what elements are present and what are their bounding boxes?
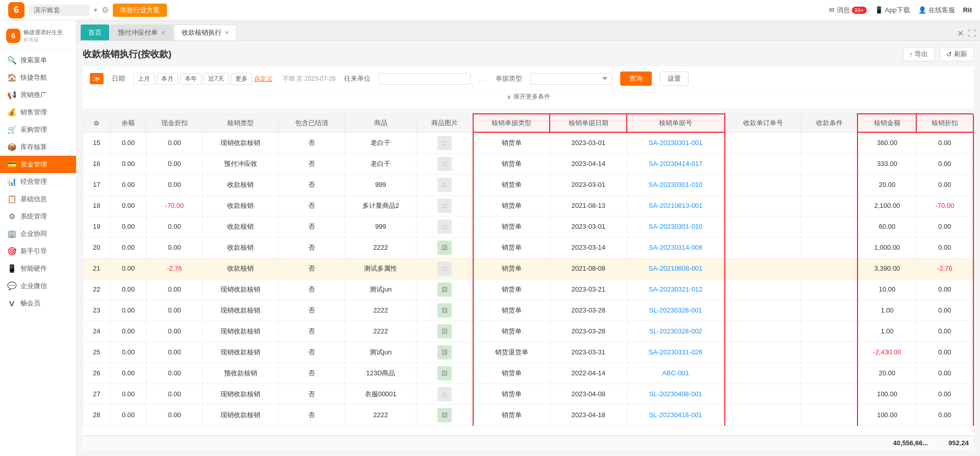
tab-receipt[interactable]: 收款核销执行 ✕	[174, 25, 237, 40]
date-btn-more[interactable]: 更多	[231, 73, 252, 85]
sidebar-label-quick-nav: 快捷导航	[20, 73, 47, 82]
th-bill-type: 核销单据类型	[473, 114, 550, 132]
sidebar-item-system[interactable]: ⚙ 系统管理	[0, 208, 76, 225]
row-receipt-order	[725, 342, 801, 363]
bill-no-link[interactable]: SA-20230301-010	[649, 223, 703, 230]
tab-close-all-button[interactable]: ✕	[957, 29, 964, 38]
th-settings[interactable]: ⚙	[83, 114, 110, 132]
sidebar-item-operations[interactable]: 📊 经营管理	[0, 173, 76, 190]
sidebar-item-quick-nav[interactable]: 🏠 快捷导航	[0, 69, 76, 86]
receipt-tab-close-icon[interactable]: ✕	[225, 30, 229, 36]
partner-input[interactable]	[379, 73, 471, 85]
top-bar: 6 演示账套 ▾ ⚙ 体验行业方案 ✉ 消息 99+ 📱 App下载 👤 在线客…	[0, 0, 980, 20]
row-include-settled: 否	[279, 195, 345, 216]
date-btn-this-month[interactable]: 本月	[157, 73, 178, 85]
settings-icon[interactable]: ⚙	[102, 5, 109, 15]
row-bill-type: 销货单	[473, 300, 550, 321]
row-receipt-order	[725, 383, 801, 404]
company-selector[interactable]: 演示账套	[29, 5, 90, 16]
filter-settings-button[interactable]: 设置	[660, 71, 689, 86]
row-goods: 2222	[345, 321, 416, 342]
prepay-tab-close-icon[interactable]: ✕	[161, 30, 165, 36]
bill-no-link[interactable]: SL-20230408-001	[649, 390, 702, 398]
sales-icon: 💰	[7, 108, 16, 117]
sidebar-item-marketing[interactable]: 📢 营销推广	[0, 86, 76, 104]
bill-no-link[interactable]: SL-20230418-001	[649, 411, 702, 419]
sidebar-item-search[interactable]: 🔍 搜索菜单	[0, 52, 76, 69]
bill-no-link[interactable]: SA-20230414-017	[649, 160, 703, 167]
sidebar-item-finance[interactable]: 💳 资金管理	[0, 156, 76, 173]
query-button[interactable]: 查询	[620, 71, 652, 86]
smart-hw-icon: 📱	[7, 264, 16, 273]
row-goods-image: □	[416, 216, 473, 237]
date-btn-last-month[interactable]: 上月	[133, 73, 155, 85]
chevron-down-icon[interactable]: ▾	[94, 6, 97, 14]
row-writeoff-discount: -2.76	[916, 258, 973, 279]
row-receipt-condition	[801, 404, 857, 425]
app-download-area[interactable]: 📱 App下载	[875, 6, 910, 15]
row-include-settled: 否	[279, 363, 345, 383]
export-button[interactable]: ↑ 导出	[903, 47, 935, 61]
bill-no-link[interactable]: SA-20230314-008	[649, 244, 703, 251]
bill-no-link[interactable]: SA-20230301-001	[649, 139, 703, 147]
date-btn-this-year[interactable]: 本年	[180, 73, 202, 85]
bill-no-link[interactable]: SL-20230328-001	[649, 306, 702, 314]
industry-solution-button[interactable]: 体验行业方案	[113, 4, 167, 17]
tab-bar: 首页 预付冲应付单 ✕ 收款核销执行 ✕ ✕ ⛶	[77, 20, 980, 41]
row-bill-date: 2023-03-31	[550, 342, 627, 363]
row-writeoff-amount: 60.00	[857, 216, 916, 237]
sidebar-item-inventory[interactable]: 📦 库存核算	[0, 138, 76, 156]
sidebar-item-basic[interactable]: 📋 基础信息	[0, 190, 76, 208]
filter-collapse-button[interactable]: ≫	[90, 73, 104, 84]
sidebar-item-purchase[interactable]: 🛒 采购管理	[0, 121, 76, 138]
row-bill-date: 2021-08-13	[550, 195, 627, 216]
expand-label: 展开更多条件	[513, 92, 550, 101]
row-goods-image: 🖼	[416, 321, 473, 342]
sidebar-item-newbie[interactable]: 🎯 新手引导	[0, 243, 76, 260]
expand-conditions-button[interactable]: ∨ 展开更多条件	[90, 90, 967, 103]
tab-prepay[interactable]: 预付冲应付单 ✕	[110, 25, 173, 40]
th-cash-discount: 现金折扣	[146, 114, 203, 132]
table-scroll[interactable]: ⚙ 余额 现金折扣 核销类型 包含已结清 商品 商品图片 核销单据类型 核销单据…	[83, 113, 974, 435]
sidebar-item-member[interactable]: V 畅会员	[0, 295, 76, 312]
row-bill-no: SL-20230328-001	[627, 300, 724, 321]
home-icon: 🏠	[7, 73, 16, 82]
th-include-settled: 包含已结清	[279, 114, 345, 132]
service-icon: 👤	[918, 6, 926, 14]
voucher-type-select[interactable]	[530, 73, 612, 85]
date-btn-7days[interactable]: 近7天	[204, 73, 229, 85]
bill-no-link[interactable]: SA-20230301-010	[649, 181, 703, 188]
bill-no-link[interactable]: SL-20230328-002	[649, 327, 702, 335]
refresh-button[interactable]: ↺ 刷新	[940, 47, 974, 61]
date-custom-link[interactable]: 自定义	[254, 75, 273, 83]
row-bill-no: SA-20230301-010	[627, 174, 724, 195]
sidebar-item-wechat[interactable]: 💬 企业微信	[0, 277, 76, 295]
bill-no-link[interactable]: ABC-001	[662, 369, 689, 377]
row-receipt-order	[725, 132, 801, 153]
row-receipt-order	[725, 153, 801, 174]
messages-label: 消息	[837, 6, 850, 15]
row-receipt-condition	[801, 216, 857, 237]
sidebar-item-smart-hw[interactable]: 📱 智能硬件	[0, 260, 76, 277]
bill-no-link[interactable]: SA-20210813-001	[649, 202, 703, 209]
row-receipt-order	[725, 216, 801, 237]
user-name[interactable]: Rit	[963, 6, 972, 14]
sidebar-item-enterprise[interactable]: 🏢 企业协同	[0, 225, 76, 243]
tab-fullscreen-button[interactable]: ⛶	[968, 29, 976, 38]
tab-home[interactable]: 首页	[81, 25, 109, 40]
row-goods: 999	[345, 216, 416, 237]
sidebar-logo: 6 畅捷通谱好生意 标准版	[0, 25, 76, 50]
bill-no-link[interactable]: SA-20230321-012	[649, 285, 703, 293]
messages-area[interactable]: ✉ 消息 99+	[829, 6, 867, 15]
sidebar-logo-icon: 6	[6, 29, 20, 43]
sidebar-item-sales[interactable]: 💰 销售管理	[0, 104, 76, 121]
online-service-area[interactable]: 👤 在线客服	[918, 6, 955, 15]
row-bill-type: 销货单	[473, 237, 550, 258]
bill-no-link[interactable]: SA-20230331-026	[649, 348, 703, 356]
row-writeoff-discount: 0.00	[916, 363, 973, 383]
bill-no-link[interactable]: SA-20210808-001	[649, 265, 703, 272]
inventory-icon: 📦	[7, 142, 16, 152]
row-receipt-order	[725, 363, 801, 383]
table-row: 23 0.00 0.00 现销收款核销 否 2222 🖼 销货单 2023-03…	[83, 300, 974, 321]
row-receipt-order	[725, 300, 801, 321]
